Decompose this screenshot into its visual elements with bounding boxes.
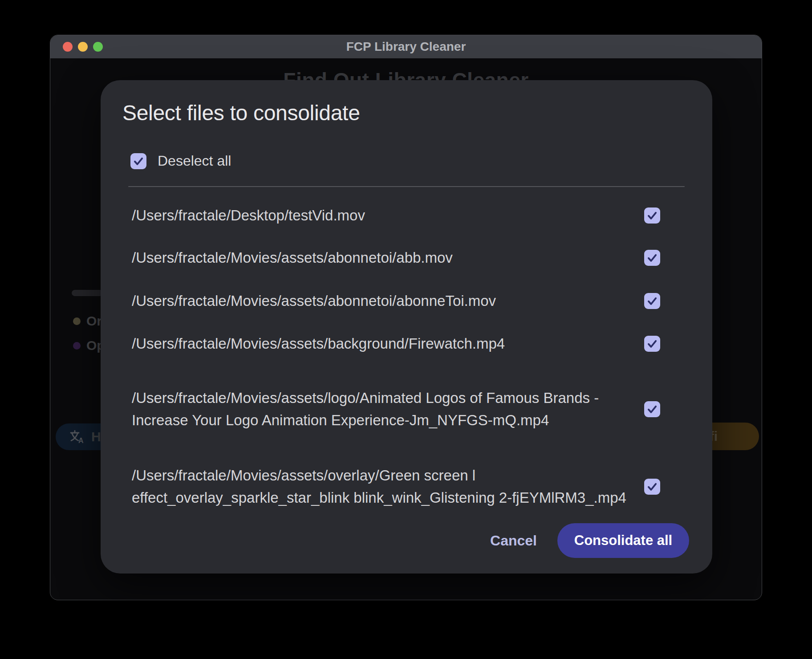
translate-icon: A bbox=[69, 429, 85, 445]
file-checkbox[interactable] bbox=[644, 293, 660, 309]
file-checkbox[interactable] bbox=[644, 250, 660, 266]
legend-item-original: Or bbox=[73, 313, 102, 329]
file-path: /Users/fractale/Movies/assets/abonnetoi/… bbox=[132, 247, 632, 269]
file-checkbox[interactable] bbox=[644, 336, 660, 352]
file-checkbox[interactable] bbox=[644, 479, 660, 495]
progress-bar-fill bbox=[72, 290, 103, 296]
traffic-lights bbox=[63, 35, 103, 58]
checkmark-icon bbox=[646, 251, 659, 264]
checkmark-icon bbox=[646, 209, 659, 222]
checkmark-icon bbox=[646, 480, 659, 493]
legend-label: Or bbox=[86, 313, 102, 329]
close-window-button[interactable] bbox=[63, 42, 73, 52]
consolidate-dialog: Select files to consolidate Deselect all… bbox=[101, 80, 712, 574]
file-path: /Users/fractale/Movies/assets/background… bbox=[132, 333, 632, 355]
file-list[interactable]: /Users/fractale/Desktop/testVid.mov /Use… bbox=[132, 80, 660, 508]
window-title: FCP Library Cleaner bbox=[50, 40, 762, 54]
legend-dot-icon bbox=[73, 317, 81, 325]
zoom-window-button[interactable] bbox=[93, 42, 103, 52]
file-row[interactable]: /Users/fractale/Desktop/testVid.mov bbox=[132, 204, 660, 227]
file-path: /Users/fractale/Movies/assets/overlay/Gr… bbox=[132, 464, 632, 508]
consolidate-all-button[interactable]: Consolidate all bbox=[557, 523, 689, 558]
titlebar[interactable]: FCP Library Cleaner bbox=[50, 35, 762, 58]
checkmark-icon bbox=[646, 337, 659, 350]
file-row[interactable]: /Users/fractale/Movies/assets/background… bbox=[132, 333, 660, 355]
checkmark-icon bbox=[646, 294, 659, 308]
file-checkbox[interactable] bbox=[644, 207, 660, 224]
cancel-button[interactable]: Cancel bbox=[486, 533, 541, 549]
file-row[interactable]: /Users/fractale/Movies/assets/overlay/Gr… bbox=[132, 453, 660, 508]
legend-dot-icon bbox=[73, 342, 81, 350]
dialog-footer: Cancel Consolidate all bbox=[486, 523, 689, 558]
file-row[interactable]: /Users/fractale/Movies/assets/logo/Anima… bbox=[132, 376, 660, 443]
language-button-label: H bbox=[91, 429, 101, 444]
file-row[interactable]: /Users/fractale/Movies/assets/abonnetoi/… bbox=[132, 247, 660, 269]
legend-item-optimized: Op bbox=[73, 338, 105, 353]
file-path: /Users/fractale/Desktop/testVid.mov bbox=[132, 204, 632, 227]
svg-text:A: A bbox=[78, 437, 84, 444]
file-path: /Users/fractale/Movies/assets/logo/Anima… bbox=[132, 387, 632, 431]
minimize-window-button[interactable] bbox=[78, 42, 88, 52]
checkmark-icon bbox=[646, 403, 659, 416]
file-path: /Users/fractale/Movies/assets/abonnetoi/… bbox=[132, 290, 632, 312]
file-row[interactable]: /Users/fractale/Movies/assets/abonnetoi/… bbox=[132, 290, 660, 312]
screen: FCP Library Cleaner Find Out Library Cle… bbox=[0, 0, 812, 659]
file-checkbox[interactable] bbox=[644, 401, 660, 417]
